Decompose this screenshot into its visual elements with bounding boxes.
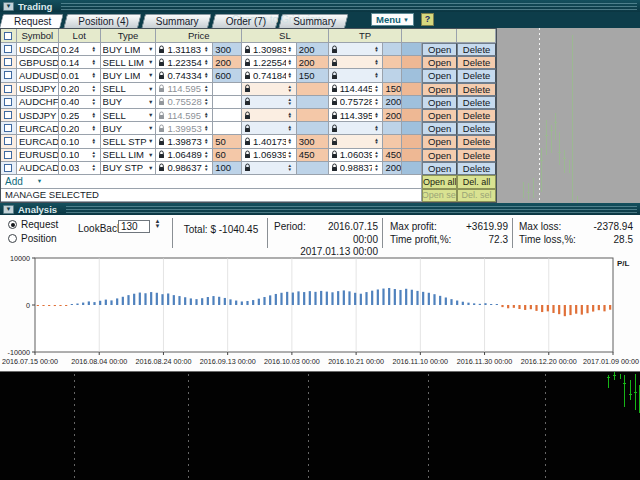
price-input[interactable]: 0.98637▲▼ bbox=[156, 162, 213, 175]
lot-input[interactable]: 0.10▲▼ bbox=[59, 135, 101, 148]
menu-button[interactable]: Menu ▼ bbox=[371, 13, 414, 26]
value-stepper[interactable]: ▲▼ bbox=[372, 164, 380, 171]
open-button[interactable]: Open bbox=[422, 83, 457, 96]
value-stepper[interactable]: ▲▼ bbox=[372, 112, 380, 119]
value-stepper[interactable]: ▲▼ bbox=[372, 98, 380, 105]
lot-input[interactable]: 0.40▲▼ bbox=[59, 96, 101, 109]
price-input[interactable]: 1.31183▲▼ bbox=[156, 43, 213, 56]
sl-input[interactable]: ▲▼ bbox=[242, 109, 297, 122]
lot-input[interactable]: 0.01▲▼ bbox=[59, 69, 101, 82]
open-button[interactable]: Open bbox=[422, 109, 457, 122]
lot-input[interactable]: 0.03▲▼ bbox=[59, 162, 101, 175]
value-stepper[interactable]: ▲▼ bbox=[372, 59, 380, 66]
open-selected-button[interactable]: Open sel bbox=[422, 189, 457, 202]
value-stepper[interactable]: ▲▼ bbox=[202, 72, 210, 79]
row-checkbox[interactable] bbox=[4, 164, 12, 172]
delete-selected-button[interactable]: Del. sel bbox=[457, 189, 496, 202]
value-stepper[interactable]: ▲▼ bbox=[286, 112, 294, 119]
lot-input[interactable]: 0.24▲▼ bbox=[59, 43, 101, 56]
delete-button[interactable]: Delete bbox=[457, 96, 496, 109]
row-checkbox[interactable] bbox=[4, 124, 12, 132]
open-button[interactable]: Open bbox=[422, 56, 457, 69]
row-checkbox[interactable] bbox=[4, 71, 12, 79]
row-checkbox[interactable] bbox=[4, 151, 12, 159]
type-select[interactable]: BUY▼ bbox=[101, 96, 157, 109]
tp-input[interactable]: 114.395▲▼ bbox=[329, 109, 384, 122]
sl-input[interactable]: 0.74184▲▼ bbox=[242, 69, 297, 82]
lot-input[interactable]: 0.20▲▼ bbox=[59, 83, 101, 96]
tp-input[interactable]: ▲▼ bbox=[329, 122, 384, 135]
lot-input[interactable]: 0.10▲▼ bbox=[59, 149, 101, 162]
tp-input[interactable]: 0.75728▲▼ bbox=[329, 96, 384, 109]
lookback-input[interactable] bbox=[118, 220, 150, 233]
tp-input[interactable]: ▲▼ bbox=[329, 135, 384, 148]
select-all-checkbox[interactable] bbox=[4, 32, 12, 40]
row-checkbox[interactable] bbox=[4, 58, 12, 66]
value-stepper[interactable]: ▲▼ bbox=[90, 125, 98, 132]
delete-button[interactable]: Delete bbox=[457, 122, 496, 135]
sl-input[interactable]: 1.22554▲▼ bbox=[242, 56, 297, 69]
price-input[interactable]: 1.06489▲▼ bbox=[156, 149, 213, 162]
value-stepper[interactable]: ▲▼ bbox=[202, 112, 210, 119]
row-checkbox[interactable] bbox=[4, 85, 12, 93]
value-stepper[interactable]: ▲▼ bbox=[372, 46, 380, 53]
open-button[interactable]: Open bbox=[422, 135, 457, 148]
delete-all-button[interactable]: Del. all bbox=[457, 175, 496, 189]
tab-summary[interactable]: Summary bbox=[143, 14, 210, 28]
value-stepper[interactable]: ▲▼ bbox=[90, 72, 98, 79]
open-button[interactable]: Open bbox=[422, 162, 457, 175]
sl-input[interactable]: 1.40173▲▼ bbox=[242, 135, 297, 148]
type-select[interactable]: BUY STP▼ bbox=[101, 162, 157, 175]
value-stepper[interactable]: ▲▼ bbox=[90, 164, 98, 171]
value-stepper[interactable]: ▲▼ bbox=[286, 138, 294, 145]
position-radio[interactable]: Position bbox=[8, 233, 57, 244]
price-input[interactable]: 114.595▲▼ bbox=[156, 109, 213, 122]
delete-button[interactable]: Delete bbox=[457, 135, 496, 148]
row-checkbox[interactable] bbox=[4, 137, 12, 145]
lot-input[interactable]: 0.20▲▼ bbox=[59, 122, 101, 135]
lookback-stepper[interactable]: ▲▼ bbox=[153, 219, 162, 229]
value-stepper[interactable]: ▲▼ bbox=[90, 85, 98, 92]
tab-request[interactable]: Request bbox=[1, 14, 62, 28]
value-stepper[interactable]: ▲▼ bbox=[90, 151, 98, 158]
type-select[interactable]: SELL▼ bbox=[101, 83, 157, 96]
type-select[interactable]: BUY LIM▼ bbox=[101, 43, 157, 56]
value-stepper[interactable]: ▲▼ bbox=[286, 85, 294, 92]
delete-button[interactable]: Delete bbox=[457, 162, 496, 175]
tab-position-4-[interactable]: Position (4) bbox=[65, 14, 140, 28]
value-stepper[interactable]: ▲▼ bbox=[286, 46, 294, 53]
sl-input[interactable]: 1.06939▲▼ bbox=[242, 149, 297, 162]
value-stepper[interactable]: ▲▼ bbox=[286, 125, 294, 132]
value-stepper[interactable]: ▲▼ bbox=[90, 112, 98, 119]
value-stepper[interactable]: ▲▼ bbox=[286, 151, 294, 158]
help-button[interactable]: ? bbox=[421, 13, 434, 26]
trading-collapse-button[interactable]: ▼ bbox=[3, 2, 14, 11]
value-stepper[interactable]: ▲▼ bbox=[372, 72, 380, 79]
value-stepper[interactable]: ▲▼ bbox=[286, 59, 294, 66]
tp-input[interactable]: 1.06039▲▼ bbox=[329, 149, 384, 162]
price-input[interactable]: 114.595▲▼ bbox=[156, 83, 213, 96]
lot-input[interactable]: 0.25▲▼ bbox=[59, 109, 101, 122]
price-input[interactable]: 0.75528▲▼ bbox=[156, 96, 213, 109]
value-stepper[interactable]: ▲▼ bbox=[372, 151, 380, 158]
price-input[interactable]: 1.39873▲▼ bbox=[156, 135, 213, 148]
delete-button[interactable]: Delete bbox=[457, 56, 496, 69]
request-radio[interactable]: Request bbox=[8, 219, 58, 230]
type-select[interactable]: SELL LIM▼ bbox=[101, 56, 157, 69]
delete-button[interactable]: Delete bbox=[457, 109, 496, 122]
value-stepper[interactable]: ▲▼ bbox=[202, 125, 210, 132]
tp-input[interactable]: 0.98837▲▼ bbox=[329, 162, 384, 175]
value-stepper[interactable]: ▲▼ bbox=[372, 125, 380, 132]
value-stepper[interactable]: ▲▼ bbox=[202, 46, 210, 53]
delete-button[interactable]: Delete bbox=[457, 69, 496, 82]
delete-button[interactable]: Delete bbox=[457, 83, 496, 96]
value-stepper[interactable]: ▲▼ bbox=[286, 72, 294, 79]
tp-input[interactable]: ▲▼ bbox=[329, 69, 384, 82]
open-button[interactable]: Open bbox=[422, 43, 457, 56]
type-select[interactable]: SELL LIM▼ bbox=[101, 149, 157, 162]
sl-input[interactable]: ▲▼ bbox=[242, 122, 297, 135]
analysis-collapse-button[interactable]: ▼ bbox=[3, 205, 14, 214]
row-checkbox[interactable] bbox=[4, 45, 12, 53]
value-stepper[interactable]: ▲▼ bbox=[286, 98, 294, 105]
delete-button[interactable]: Delete bbox=[457, 149, 496, 162]
